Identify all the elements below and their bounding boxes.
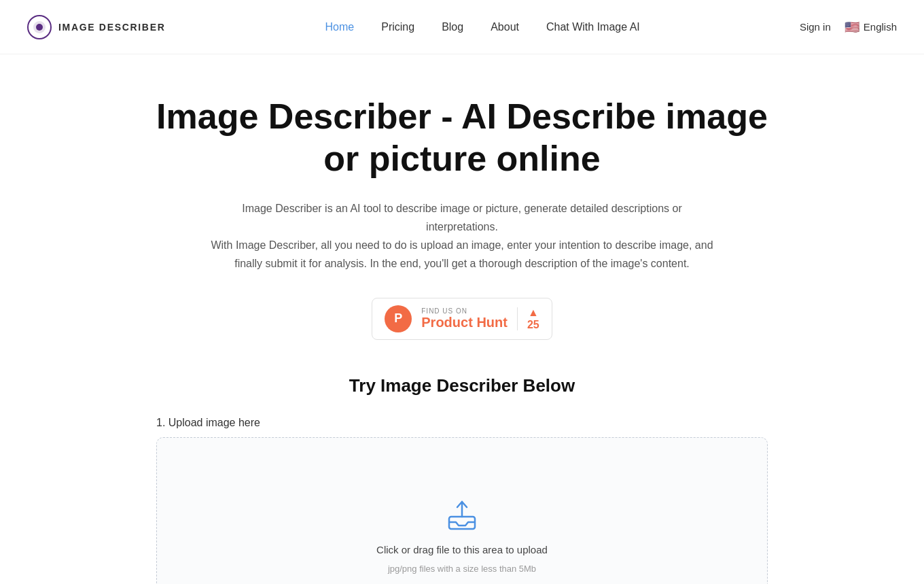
find-us-label: FIND US ON [421,307,508,315]
language-selector[interactable]: 🇺🇸 English [845,20,897,35]
product-hunt-votes: ▲ 25 [517,307,539,330]
header-right: Sign in 🇺🇸 English [800,20,897,35]
upvote-arrow-icon: ▲ [528,307,539,318]
product-hunt-text: FIND US ON Product Hunt [421,307,508,330]
nav-pricing[interactable]: Pricing [381,21,414,33]
upload-dropzone[interactable]: Click or drag file to this area to uploa… [156,437,768,584]
flag-icon: 🇺🇸 [845,20,859,35]
logo-text: IMAGE DESCRIBER [58,22,165,33]
nav-blog[interactable]: Blog [442,21,463,33]
hero-subtitle: Image Describer is an AI tool to describ… [211,199,713,273]
logo-icon [27,15,52,39]
hero-title: Image Describer - AI Describe image or p… [149,95,775,180]
vote-count: 25 [527,320,539,330]
language-label: English [864,21,897,33]
logo[interactable]: IMAGE DESCRIBER [27,15,165,39]
nav-chat[interactable]: Chat With Image AI [546,21,640,33]
main-nav: Home Pricing Blog About Chat With Image … [325,21,640,33]
nav-about[interactable]: About [491,21,519,33]
upload-sub-text: jpg/png files with a size less than 5Mb [388,564,536,574]
main-content: Image Describer - AI Describe image or p… [136,54,788,584]
nav-home[interactable]: Home [325,21,355,33]
upload-label: 1. Upload image here [156,417,768,429]
product-hunt-badge[interactable]: P FIND US ON Product Hunt ▲ 25 [372,298,552,340]
svg-point-2 [36,24,43,31]
subtitle-line2: With Image Describer, all you need to do… [211,239,713,269]
subtitle-line1: Image Describer is an AI tool to describ… [242,203,681,233]
product-hunt-name: Product Hunt [421,315,508,330]
sign-in-button[interactable]: Sign in [800,21,831,33]
try-section-title: Try Image Describer Below [149,375,775,396]
upload-section: 1. Upload image here Click or drag file … [156,417,768,584]
product-hunt-logo: P [385,305,412,332]
header: IMAGE DESCRIBER Home Pricing Blog About … [0,0,924,54]
upload-main-text: Click or drag file to this area to uploa… [376,544,548,555]
upload-icon [444,498,480,536]
inbox-icon [444,498,480,533]
